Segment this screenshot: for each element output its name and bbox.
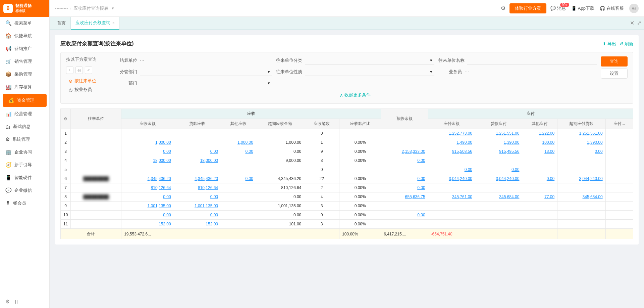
table-cell[interactable]: 3,044,240.00 [557, 174, 605, 183]
messages-button[interactable]: 💬 消息 99+ [550, 5, 566, 11]
table-cell[interactable]: 3,044,240.00 [475, 174, 522, 183]
export-button[interactable]: ⬆ 导出 [602, 41, 616, 47]
table-settings-button[interactable]: 设置 [601, 69, 628, 79]
table-cell[interactable]: 345,761.00 [428, 192, 475, 202]
sidebar-item-wechat[interactable]: 💬 企业微信 [0, 184, 49, 197]
sidebar-item-hardware[interactable]: 📱 智能硬件 [0, 171, 49, 184]
table-cell[interactable]: 4,345,436.20 [174, 174, 221, 183]
table-cell[interactable]: 1,390.00 [557, 138, 605, 147]
table-cell[interactable]: 0.00 [381, 156, 428, 165]
collapse-icon[interactable]: ⏸ [14, 299, 19, 305]
tab-ar-ap[interactable]: 应收应付余额查询 × [71, 17, 119, 30]
sidebar-item-marketing[interactable]: 📢 营销推广 [0, 42, 49, 55]
table-cell[interactable]: 0.00 [221, 174, 256, 183]
sidebar-item-system[interactable]: ⚙ 系统管理 [0, 133, 49, 146]
table-cell[interactable]: 1,001,135.00 [174, 202, 221, 211]
table-cell[interactable]: 0.00 [174, 192, 221, 202]
scheme-by-unit[interactable]: ⊙ 按往来单位 [66, 77, 110, 85]
chevron-up-icon: ∧ [340, 93, 343, 98]
sidebar-item-inventory[interactable]: 🏭 库存核算 [0, 81, 49, 93]
industry-solution-button[interactable]: 体验行业方案 [509, 3, 546, 13]
table-cell[interactable]: 0.00 [428, 165, 475, 174]
table-cell[interactable]: 0.00 [121, 192, 174, 202]
table-cell: 8 [61, 192, 71, 202]
window-close-icon[interactable]: ✕ [630, 20, 634, 26]
sidebar-item-operations[interactable]: 📊 经营管理 [0, 107, 49, 120]
table-cell[interactable]: 1,001,135.00 [121, 202, 174, 211]
dept-select[interactable]: ▾ [140, 79, 272, 87]
table-cell[interactable]: 915,508.56 [428, 147, 475, 156]
table-cell[interactable]: 0.00 [174, 211, 221, 220]
table-cell[interactable]: 152.00 [121, 220, 174, 229]
collapse-scheme-button[interactable]: « [85, 67, 92, 74]
tab-home[interactable]: 首页 [52, 17, 71, 30]
settings-bottom-icon[interactable]: ⚙ [5, 299, 10, 305]
table-cell[interactable]: 0.00 [381, 183, 428, 192]
table-cell[interactable]: 1,251,551.00 [475, 129, 522, 138]
sidebar-item-purchase[interactable]: 📦 采购管理 [0, 68, 49, 81]
refresh-button[interactable]: ↺ 刷新 [620, 41, 633, 47]
table-cell[interactable]: 1,000.00 [221, 138, 256, 147]
table-cell[interactable]: 152.00 [174, 220, 221, 229]
table-cell[interactable]: 13.00 [522, 147, 557, 156]
table-cell[interactable]: 4,345,436.20 [121, 174, 174, 183]
sidebar-item-quick-nav[interactable]: 🏠 快捷导航 [0, 30, 49, 42]
table-cell[interactable]: 0.00 [557, 147, 605, 156]
sidebar-item-finance[interactable]: 💰 资金管理 [3, 94, 47, 107]
table-cell[interactable]: 1,251,551.00 [557, 129, 605, 138]
dept-manager-select[interactable]: ▾ [140, 68, 272, 76]
sidebar-item-corp[interactable]: 🏢 企业协同 [0, 146, 49, 159]
table-cell[interactable]: 655,636.75 [381, 192, 428, 202]
table-cell[interactable]: 18,000.00 [121, 156, 174, 165]
sidebar-item-member[interactable]: 🎖 畅会员 [0, 197, 49, 210]
table-cell[interactable]: 810,126.64 [121, 183, 174, 192]
table-cell[interactable]: 77.00 [522, 192, 557, 202]
unit-name-input[interactable] [467, 56, 597, 64]
table-cell[interactable]: 345,684.00 [557, 192, 605, 202]
column-settings-icon[interactable]: ⚙ [64, 117, 67, 121]
table-cell[interactable]: 1,252,773.00 [428, 129, 475, 138]
table-cell[interactable]: 345,684.00 [475, 192, 522, 202]
app-download-button[interactable]: 📱 App下载 [571, 5, 594, 11]
footer-ar-amount: 19,553,472,6... [121, 229, 174, 239]
online-service-button[interactable]: 🎧 在线客服 [600, 5, 624, 11]
table-cell [605, 174, 633, 183]
table-cell[interactable]: 2,153,333.00 [381, 147, 428, 156]
add-scheme-button[interactable]: + [66, 67, 73, 74]
table-cell[interactable]: 18,000.00 [174, 156, 221, 165]
table-cell[interactable]: 0.00 [121, 211, 174, 220]
sidebar-item-basic[interactable]: 🗂 基础信息 [0, 120, 49, 133]
scheme-by-staff[interactable]: ◷ 按业务员 [66, 85, 110, 94]
table-cell[interactable]: 1,390.00 [475, 138, 522, 147]
table-cell: 10 [61, 211, 71, 220]
sidebar-item-sales[interactable]: 🛒 销售管理 [0, 55, 49, 68]
table-cell[interactable]: 0.00 [381, 211, 428, 220]
table-cell[interactable]: 810,126.64 [174, 183, 221, 192]
settings-gear-icon[interactable]: ⚙ [501, 5, 505, 11]
table-cell[interactable]: 0.00 [475, 165, 522, 174]
table-cell[interactable]: 0.00 [522, 174, 557, 183]
table-cell[interactable]: 1,490.00 [428, 138, 475, 147]
table-cell[interactable]: 100.00 [522, 138, 557, 147]
window-expand-icon[interactable]: ⤢ [637, 20, 641, 26]
table-cell[interactable]: 0.00 [174, 147, 221, 156]
sidebar-item-search-menu[interactable]: 🔍 搜索菜单 [0, 17, 49, 30]
table-cell [221, 165, 256, 174]
table-cell[interactable]: 0.00 [121, 147, 174, 156]
table-cell[interactable]: 3,044,240.00 [428, 174, 475, 183]
query-button[interactable]: 查询 [601, 56, 628, 67]
salesperson-dots[interactable]: ··· [465, 69, 469, 75]
table-cell[interactable]: 1,222.00 [522, 129, 557, 138]
unit-category-select[interactable]: ▾ [305, 56, 434, 64]
table-cell[interactable]: 915,495.56 [475, 147, 522, 156]
table-cell[interactable]: 1,000.00 [121, 138, 174, 147]
edit-scheme-button[interactable]: ◎ [75, 67, 83, 74]
user-menu[interactable]: Rit [629, 4, 639, 13]
table-cell[interactable]: 0.00 [381, 174, 428, 183]
unit-nature-select[interactable]: ▾ [305, 68, 434, 76]
settlement-unit-dots[interactable]: ··· [140, 57, 144, 63]
tab-close-icon[interactable]: × [112, 21, 114, 25]
collapse-conditions-button[interactable]: ∧ 收起更多条件 [340, 92, 371, 98]
table-cell[interactable]: 0.00 [221, 147, 256, 156]
sidebar-item-guide[interactable]: 🧭 新手引导 [0, 159, 49, 171]
